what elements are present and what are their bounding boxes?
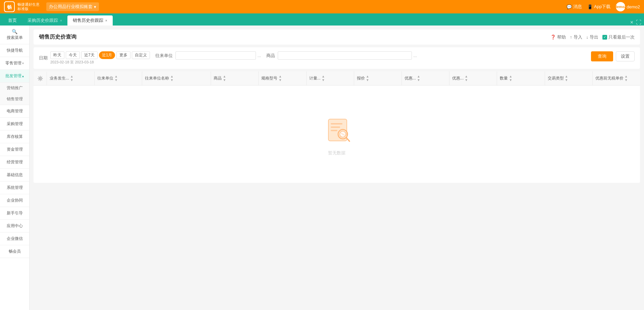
sidebar-label-enterprise-coop: 企业协同 [7,198,23,203]
avatar: demo2 [616,2,625,11]
sidebar-item-ecommerce[interactable]: 电商管理 [0,105,29,118]
product-dots[interactable]: ... [413,53,417,58]
user-menu[interactable]: demo2 demo2 [616,2,640,11]
th-business-date[interactable]: 业务发生... ▲▼ [47,71,95,85]
app-download-button[interactable]: 📱 App下载 [587,4,610,10]
sidebar-label-ecommerce: 电商管理 [7,108,23,114]
sidebar-label-inventory: 库存核算 [7,134,23,140]
sort-icon-counterpart-code: ▲▼ [114,75,118,82]
counterpart-input[interactable] [175,51,256,60]
th-pre-tax-price[interactable]: 优惠前无税单价 ▲▼ [593,71,640,85]
tab-purchase-history[interactable]: 采购历史价跟踪 × [22,15,67,25]
product-input[interactable] [278,51,412,60]
product-input-group: ... [278,51,417,60]
date-yesterday-btn[interactable]: 昨天 [50,51,64,59]
th-product[interactable]: 商品 ▲▼ [211,71,259,85]
th-unit[interactable]: 计量... ▲▼ [307,71,354,85]
sidebar-item-wholesale[interactable]: 批发管理 ▴ [0,70,29,83]
empty-text: 暂无数据 [328,150,345,156]
import-button[interactable]: ↑ 导入 [570,34,582,40]
sidebar-label-finance: 资金管理 [7,147,23,152]
svg-rect-5 [331,126,340,128]
sidebar-item-system[interactable]: 系统管理 [0,182,29,194]
th-spec[interactable]: 规格型号 ▲▼ [259,71,306,85]
export-icon: ↓ [586,35,589,40]
download-icon: 📱 [587,4,593,9]
sidebar-item-enterprise-coop[interactable]: 企业协同 [0,194,29,207]
only-last-toggle[interactable]: ✓ 只看最后一次 [602,34,635,40]
table-container: 业务发生... ▲▼ 往来单位 ▲▼ 往来单位名称 ▲▼ 商品 ▲▼ 规格型号 [34,71,640,183]
help-button[interactable]: ❓ 帮助 [550,34,566,40]
th-trade-type[interactable]: 交易类型 ▲▼ [545,71,593,85]
company-selector[interactable]: 办公用品行业模拟账套 ▾ [46,2,99,11]
sidebar-label-operations: 经营管理 [7,159,23,165]
sidebar-item-beginner[interactable]: 新手引导 [0,207,29,220]
sidebar-label-app-center: 应用中心 [7,223,23,229]
th-discount2[interactable]: 优惠... ▲▼ [449,71,497,85]
export-button[interactable]: ↓ 导出 [586,34,599,40]
topbar-center: 办公用品行业模拟账套 ▾ [46,2,560,11]
sidebar-label-retail: 零售管理 [5,60,21,66]
expand-icon[interactable]: ⛶ [636,19,641,25]
tab-sales-close-icon[interactable]: × [105,19,107,22]
empty-state: 暂无数据 [34,86,640,183]
sidebar-item-purchase[interactable]: 采购管理 [0,118,29,131]
sidebar-item-basic-info[interactable]: 基础信息 [0,169,29,182]
setting-button[interactable]: 设置 [616,51,635,61]
th-discount1[interactable]: 优惠... ▲▼ [402,71,449,85]
help-icon: ❓ [550,35,556,40]
sidebar-item-app-center[interactable]: 应用中心 [0,220,29,232]
tab-home[interactable]: 首页 [3,15,22,25]
tabbar: 首页 采购历史价跟踪 × 销售历史价跟踪 × × ⛶ [0,13,644,25]
sidebar-label-system: 系统管理 [7,185,23,191]
table-settings-icon[interactable] [34,72,47,85]
sidebar-item-sales-management[interactable]: 销售管理 [0,94,29,105]
sidebar-label-enterprise-wechat: 企业微信 [7,236,23,242]
tab-purchase-close-icon[interactable]: × [60,19,62,22]
sidebar-item-marketing[interactable]: 营销推广 [0,83,29,94]
date-last7days-btn[interactable]: 近7天 [81,51,98,59]
sidebar-item-search-menu[interactable]: 🔍 搜索菜单 [0,25,29,44]
app-name: 畅捷通好生意 标准版 [17,2,40,11]
sidebar-item-operations[interactable]: 经营管理 [0,156,29,169]
sidebar: 🔍 搜索菜单 快捷导航 零售管理 ▾ 批发管理 ▴ 营销推广 销售管理 电商管理… [0,25,30,310]
sort-icon-counterpart-name: ▲▼ [170,75,173,82]
sort-icon-discount2: ▲▼ [465,75,468,82]
message-button[interactable]: 💬 消息 [567,4,582,10]
sidebar-wholesale-expanded: 营销推广 销售管理 [0,83,29,105]
tabbar-right-actions: × ⛶ [630,19,641,25]
sidebar-item-finance[interactable]: 资金管理 [0,143,29,156]
page-title: 销售历史价查询 [39,34,76,41]
th-quantity[interactable]: 数量 ▲▼ [497,71,545,85]
sidebar-item-retail[interactable]: 零售管理 ▾ [0,57,29,70]
th-counterpart-code[interactable]: 往来单位 ▲▼ [95,71,142,85]
sales-history-tab-label: 销售历史价跟踪 [73,17,103,23]
sort-icon-pre-tax-price: ▲▼ [625,75,628,82]
tab-sales-history[interactable]: 销售历史价跟踪 × [67,15,113,25]
sort-icon-quote: ▲▼ [366,75,369,82]
counterpart-dots[interactable]: ... [257,53,261,58]
filter-bar: 日期 昨天 今天 近7天 近1月 更多 自定义 2023-02-18 至 202… [34,47,640,69]
sidebar-item-quick-nav[interactable]: 快捷导航 [0,44,29,57]
page-title-bar: 销售历史价查询 ❓ 帮助 ↑ 导入 ↓ 导出 ✓ 只看最后一次 [34,30,640,45]
th-counterpart-name[interactable]: 往来单位名称 ▲▼ [142,71,211,85]
th-quote[interactable]: 报价 ▲▼ [354,71,402,85]
filter-actions: 查询 设置 [591,51,635,61]
sidebar-item-enterprise-wechat[interactable]: 企业微信 [0,232,29,245]
topbar: 畅 畅捷通好生意 标准版 办公用品行业模拟账套 ▾ 💬 消息 📱 App下载 d… [0,0,644,13]
date-last1month-btn[interactable]: 近1月 [99,51,115,59]
svg-point-2 [39,78,41,79]
close-all-tabs-icon[interactable]: × [630,19,633,25]
date-today-btn[interactable]: 今天 [66,51,80,59]
date-more-btn[interactable]: 更多 [116,51,130,59]
sidebar-label-purchase: 采购管理 [7,121,23,127]
sidebar-item-member[interactable]: 畅会员 [0,245,29,258]
sidebar-label-search-menu: 搜索菜单 [7,35,23,41]
date-custom-btn[interactable]: 自定义 [132,51,150,59]
sidebar-item-inventory[interactable]: 库存核算 [0,131,29,143]
topbar-right: 💬 消息 📱 App下载 demo2 demo2 [567,2,640,11]
query-button[interactable]: 查询 [591,51,613,61]
only-last-checkbox[interactable]: ✓ [602,35,607,40]
date-options: 昨天 今天 近7天 近1月 更多 自定义 2023-02-18 至 2023-0… [50,51,150,65]
main-layout: 🔍 搜索菜单 快捷导航 零售管理 ▾ 批发管理 ▴ 营销推广 销售管理 电商管理… [0,25,644,310]
